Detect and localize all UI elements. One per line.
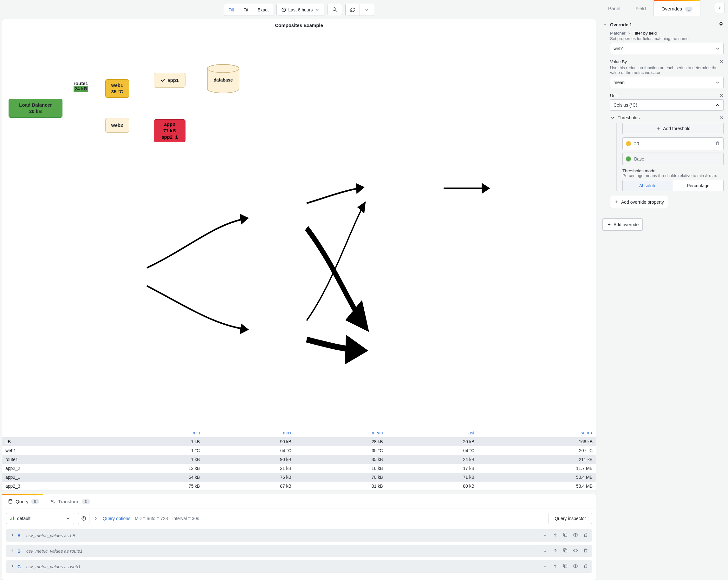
cell-last: 64 °C <box>386 446 478 455</box>
add-override-property-button[interactable]: ＋ Add override property <box>610 196 668 208</box>
datasource-help-button[interactable] <box>78 513 89 524</box>
zoom-out-button[interactable] <box>328 4 342 15</box>
move-up-button[interactable] <box>553 563 558 570</box>
toggle-visibility-button[interactable] <box>573 548 578 554</box>
collapse-sidebar-button[interactable] <box>715 3 725 13</box>
node-web1[interactable]: web1 35 °C <box>105 79 129 98</box>
query-refid: C <box>18 564 23 569</box>
view-exact-button[interactable]: Exact <box>253 4 273 16</box>
matcher-select[interactable]: web1 <box>610 43 724 54</box>
query-options[interactable]: Query options MD = auto = 728 Interval =… <box>93 513 199 524</box>
expand-query-button[interactable] <box>10 548 14 554</box>
node-value: 20 kB <box>29 108 42 115</box>
tab-badge: 0 <box>82 499 90 504</box>
cell-sum: 207 °C <box>477 446 596 455</box>
duplicate-button[interactable] <box>563 548 568 554</box>
delete-query-button[interactable] <box>583 532 588 538</box>
duplicate-button[interactable] <box>563 563 568 570</box>
table-row[interactable]: app2_164 kB76 kB70 kB71 kB50.4 MB <box>2 473 596 482</box>
tab-overrides[interactable]: Overrides 1 <box>653 0 700 16</box>
cell-min: 1 kB <box>112 437 203 446</box>
move-down-button[interactable] <box>543 532 548 538</box>
query-options-interval: Interval = 30s <box>172 516 199 521</box>
toggle-visibility-button[interactable] <box>573 532 578 538</box>
node-label: database <box>206 64 241 93</box>
threshold-color-dot[interactable] <box>626 156 631 161</box>
node-database[interactable]: database <box>206 64 241 93</box>
col-min[interactable]: min <box>112 428 203 437</box>
thresholds-mode-toggle: Absolute Percentage <box>622 180 724 191</box>
tab-query[interactable]: Query 6 <box>2 494 45 509</box>
tab-field[interactable]: Field <box>628 0 653 16</box>
table-row[interactable]: app2_375 kB87 kB81 kB80 kB58.4 MB <box>2 482 596 490</box>
chevron-down-icon <box>66 516 71 521</box>
mode-percentage-button[interactable]: Percentage <box>673 180 723 191</box>
time-range-button[interactable]: Last 6 hours <box>277 4 324 16</box>
mode-absolute-button[interactable]: Absolute <box>623 180 673 191</box>
query-inspector-button[interactable]: Query inspector <box>549 513 592 524</box>
svg-rect-6 <box>53 502 55 503</box>
view-fill-button[interactable]: Fill <box>224 4 239 16</box>
matcher-value: web1 <box>614 46 624 51</box>
cell-sum: 166 kB <box>477 437 596 446</box>
query-row[interactable]: Ccsv_metric_values as web1 <box>6 560 592 573</box>
col-last[interactable]: last <box>386 428 478 437</box>
query-row[interactable]: Bcsv_metric_values as route1 <box>6 545 592 557</box>
remove-valueby-button[interactable]: ✕ <box>720 59 724 65</box>
threshold-color-dot[interactable] <box>626 141 631 146</box>
node-loadbalancer[interactable]: Load Balancer 20 kB <box>8 99 62 118</box>
node-web2[interactable]: web2 <box>105 118 129 133</box>
table-row[interactable]: LB1 kB90 kB28 kB20 kB166 kB <box>2 437 596 446</box>
node-app2[interactable]: app2 71 kB app2_1 <box>154 119 185 142</box>
remove-unit-button[interactable]: ✕ <box>720 93 724 99</box>
tab-transform[interactable]: Transform 0 <box>45 494 96 509</box>
refresh-button[interactable] <box>346 4 360 16</box>
move-down-button[interactable] <box>543 548 548 554</box>
move-up-button[interactable] <box>553 532 558 538</box>
svg-point-4 <box>9 499 12 501</box>
table-row[interactable]: route11 kB90 kB35 kB24 kB211 kB <box>2 455 596 464</box>
chevron-down-icon <box>715 46 720 51</box>
thresholds-header[interactable]: Thresholds ✕ <box>610 115 724 120</box>
chevron-down-icon[interactable] <box>602 22 607 27</box>
unit-select[interactable]: Celsius (°C) <box>610 99 724 111</box>
remove-thresholds-button[interactable]: ✕ <box>720 115 724 120</box>
delete-override-button[interactable] <box>719 22 724 28</box>
node-app1[interactable]: app1 <box>154 73 185 87</box>
add-threshold-button[interactable]: ＋ Add threshold <box>622 123 724 134</box>
refresh-interval-button[interactable] <box>360 4 374 16</box>
valueby-select[interactable]: mean <box>610 77 724 88</box>
move-down-button[interactable] <box>543 563 548 570</box>
col-sum[interactable]: sum▴ <box>477 428 596 437</box>
cell-max: 90 kB <box>203 455 294 464</box>
query-options-label: Query options <box>103 516 130 521</box>
unit-label: Unit <box>610 93 618 98</box>
threshold-row[interactable]: 20 <box>622 137 724 150</box>
table-row[interactable]: web11 °C64 °C35 °C64 °C207 °C <box>2 446 596 455</box>
view-fit-button[interactable]: Fit <box>239 4 253 16</box>
col-mean[interactable]: mean <box>294 428 386 437</box>
node-label: web1 <box>111 82 123 89</box>
cell-last: 71 kB <box>386 473 478 482</box>
datasource-select[interactable]: default <box>6 513 74 524</box>
query-row[interactable]: Acsv_metric_values as LB <box>6 529 592 541</box>
toggle-visibility-button[interactable] <box>573 563 578 570</box>
threshold-value[interactable]: 20 <box>634 141 639 146</box>
tab-panel[interactable]: Panel <box>601 0 628 16</box>
delete-query-button[interactable] <box>583 548 588 554</box>
valueby-desc: Use this reduction function on each seri… <box>610 65 724 75</box>
expand-query-button[interactable] <box>10 563 14 570</box>
add-property-label: Add override property <box>621 200 664 205</box>
table-row[interactable]: app2_212 kB21 kB16 kB17 kB11.7 MB <box>2 464 596 473</box>
chevron-right-icon <box>717 5 722 10</box>
duplicate-button[interactable] <box>563 532 568 538</box>
cell-min: 1 °C <box>112 446 203 455</box>
delete-query-button[interactable] <box>583 563 588 570</box>
add-override-button[interactable]: ＋ Add override <box>602 218 643 231</box>
col-name[interactable] <box>2 428 112 437</box>
override-header[interactable]: Override 1 <box>602 22 724 28</box>
expand-query-button[interactable] <box>10 532 14 538</box>
delete-threshold-button[interactable] <box>715 141 720 147</box>
col-max[interactable]: max <box>203 428 294 437</box>
move-up-button[interactable] <box>553 548 558 554</box>
